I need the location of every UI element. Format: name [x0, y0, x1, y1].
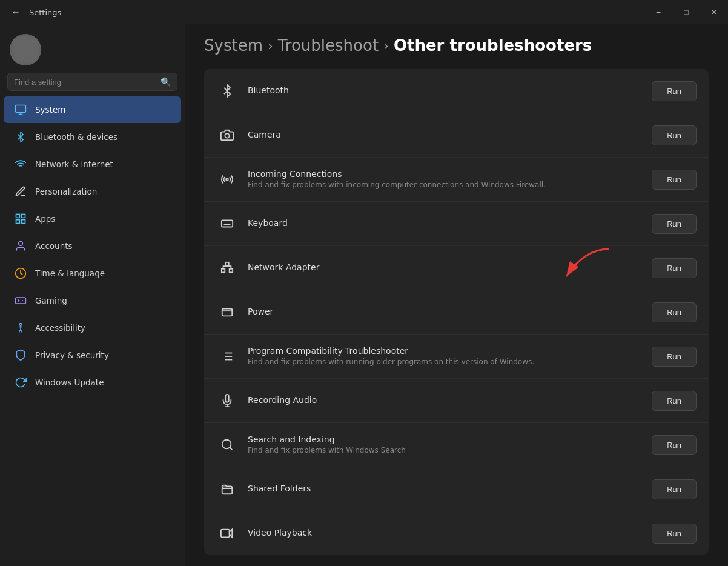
ts-name: Program Compatibility Troubleshooter — [248, 346, 642, 356]
sidebar-item-label: Privacy & security — [35, 350, 109, 360]
close-button[interactable]: ✕ — [700, 0, 728, 24]
program-compatibility-icon — [216, 345, 238, 367]
troubleshooter-item-keyboard: Keyboard Run — [204, 202, 709, 246]
troubleshooter-list: Bluetooth Run Camera Run Incoming Connec… — [204, 69, 709, 555]
ts-info: Program Compatibility Troubleshooter Fin… — [248, 346, 642, 367]
search-input[interactable] — [14, 78, 156, 87]
apps-icon — [13, 211, 28, 226]
troubleshooter-item-video-playback: Video Playback Run — [204, 511, 709, 555]
recording-audio-icon — [216, 390, 238, 411]
titlebar-title: Settings — [29, 8, 61, 17]
sidebar-item-label: Accounts — [35, 241, 73, 251]
sidebar-item-system[interactable]: System — [4, 96, 181, 123]
troubleshooter-item-program-compatibility: Program Compatibility Troubleshooter Fin… — [204, 335, 709, 379]
ts-info: Camera — [248, 130, 642, 141]
shared-folders-icon — [216, 478, 238, 500]
ts-info: Recording Audio — [248, 395, 642, 406]
sidebar: 🔍 System Bluetooth & devices Network & i… — [0, 24, 185, 566]
update-icon — [13, 375, 28, 390]
ts-name: Keyboard — [248, 218, 642, 228]
ts-name: Search and Indexing — [248, 434, 642, 444]
run-button-search-indexing[interactable]: Run — [652, 435, 697, 455]
breadcrumb-system[interactable]: System — [204, 36, 263, 55]
sidebar-item-apps[interactable]: Apps — [4, 205, 181, 232]
ts-name: Incoming Connections — [248, 169, 642, 179]
svg-rect-11 — [222, 221, 233, 227]
time-icon — [13, 266, 28, 281]
run-button-incoming-connections[interactable]: Run — [652, 170, 697, 190]
sidebar-item-label: Windows Update — [35, 378, 104, 387]
titlebar: ← Settings – □ ✕ — [0, 0, 728, 24]
app-body: 🔍 System Bluetooth & devices Network & i… — [0, 24, 728, 566]
troubleshooter-item-power: Power Run — [204, 290, 709, 335]
svg-point-9 — [225, 133, 229, 138]
avatar — [10, 34, 41, 65]
minimize-button[interactable]: – — [644, 0, 672, 24]
run-button-keyboard[interactable]: Run — [652, 214, 697, 234]
ts-desc: Find and fix problems with running older… — [248, 357, 642, 367]
search-box[interactable]: 🔍 — [7, 73, 177, 91]
ts-name: Power — [248, 307, 642, 316]
back-button[interactable]: ← — [7, 4, 24, 21]
svg-rect-14 — [230, 269, 233, 273]
ts-info: Keyboard — [248, 218, 642, 229]
bluetooth-icon — [13, 130, 28, 144]
sidebar-item-accessibility[interactable]: Accessibility — [4, 315, 181, 341]
sidebar-item-update[interactable]: Windows Update — [4, 369, 181, 396]
run-button-power[interactable]: Run — [652, 302, 697, 322]
ts-desc: Find and fix problems with incoming comp… — [248, 180, 642, 190]
troubleshooter-item-recording-audio: Recording Audio Run — [204, 379, 709, 423]
avatar-area — [0, 24, 185, 73]
sidebar-item-accounts[interactable]: Accounts — [4, 233, 181, 259]
run-button-shared-folders[interactable]: Run — [652, 479, 697, 499]
run-button-recording-audio[interactable]: Run — [652, 391, 697, 411]
svg-point-10 — [226, 178, 228, 181]
svg-rect-1 — [16, 215, 20, 218]
bluetooth-icon — [216, 80, 238, 102]
run-button-program-compatibility[interactable]: Run — [652, 347, 697, 367]
accessibility-icon — [13, 321, 28, 335]
sidebar-item-personalization[interactable]: Personalization — [4, 178, 181, 205]
ts-info: Network Adapter — [248, 262, 642, 273]
run-button-camera[interactable]: Run — [652, 125, 697, 145]
breadcrumb-troubleshoot[interactable]: Troubleshoot — [278, 36, 379, 55]
sidebar-item-label: Gaming — [35, 296, 67, 305]
run-button-video-playback[interactable]: Run — [652, 524, 697, 544]
ts-name: Camera — [248, 130, 642, 139]
svg-rect-0 — [16, 105, 26, 113]
svg-rect-16 — [222, 309, 233, 316]
ts-info: Search and Indexing Find and fix problem… — [248, 434, 642, 456]
search-indexing-icon — [216, 434, 238, 456]
sidebar-item-bluetooth[interactable]: Bluetooth & devices — [4, 124, 181, 150]
run-button-bluetooth[interactable]: Run — [652, 81, 697, 101]
system-icon — [13, 102, 28, 117]
keyboard-icon — [216, 213, 238, 235]
sidebar-item-gaming[interactable]: Gaming — [4, 287, 181, 314]
sidebar-item-label: Network & internet — [35, 159, 113, 169]
svg-point-5 — [19, 242, 23, 246]
nav-list: System Bluetooth & devices Network & int… — [0, 96, 185, 396]
ts-name: Bluetooth — [248, 85, 642, 95]
troubleshooter-item-network-adapter: Network Adapter Run — [204, 246, 709, 290]
maximize-button[interactable]: □ — [672, 0, 700, 24]
sidebar-item-privacy[interactable]: Privacy & security — [4, 342, 181, 368]
sidebar-item-label: Personalization — [35, 187, 97, 196]
window-controls: – □ ✕ — [644, 0, 728, 24]
troubleshooter-item-camera: Camera Run — [204, 113, 709, 158]
ts-info: Bluetooth — [248, 85, 642, 96]
svg-point-8 — [19, 324, 21, 325]
troubleshooter-item-search-indexing: Search and Indexing Find and fix problem… — [204, 423, 709, 467]
sidebar-item-label: System — [35, 105, 65, 115]
breadcrumb-current: Other troubleshooters — [394, 36, 592, 55]
troubleshooter-item-incoming-connections: Incoming Connections Find and fix proble… — [204, 158, 709, 202]
svg-rect-7 — [16, 298, 26, 304]
run-button-network-adapter[interactable]: Run — [652, 258, 697, 278]
sidebar-item-network[interactable]: Network & internet — [4, 151, 181, 178]
ts-name: Recording Audio — [248, 395, 642, 405]
main-content: System › Troubleshoot › Other troublesho… — [185, 24, 728, 566]
ts-info: Video Playback — [248, 528, 642, 539]
ts-info: Power — [248, 307, 642, 318]
ts-name: Shared Folders — [248, 484, 642, 493]
sidebar-item-time[interactable]: Time & language — [4, 260, 181, 287]
svg-rect-24 — [222, 487, 233, 494]
